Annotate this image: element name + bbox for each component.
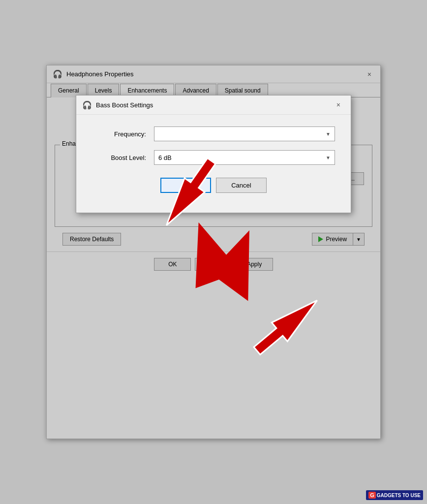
bass-boost-dialog: 🎧 Bass Boost Settings × Frequency: 80 Hz… [76, 95, 351, 213]
frequency-select[interactable]: 80 Hz ▼ [154, 126, 335, 141]
boost-level-dropdown-arrow: ▼ [326, 155, 331, 160]
boost-level-value: 6 dB [158, 154, 322, 161]
watermark: G GADGETS TO USE [366, 490, 423, 500]
frequency-value: 80 Hz [158, 130, 322, 138]
watermark-g: G [368, 492, 376, 499]
main-window: 🎧 Headphones Properties × General Levels… [46, 65, 381, 439]
boost-level-select[interactable]: 6 dB ▼ [154, 150, 335, 165]
dialog-close-button[interactable]: × [332, 99, 345, 110]
boost-level-row: Boost Level: 6 dB ▼ [92, 150, 335, 165]
dialog-title-bar: 🎧 Bass Boost Settings × [76, 95, 351, 115]
frequency-row: Frequency: 80 Hz ▼ [92, 126, 335, 141]
watermark-text: GADGETS TO USE [377, 493, 421, 498]
dialog-title: Bass Boost Settings [96, 101, 332, 109]
frequency-label: Frequency: [92, 130, 146, 138]
boost-level-label: Boost Level: [92, 154, 146, 161]
dialog-content: Frequency: 80 Hz ▼ Boost Level: 6 dB ▼ [76, 115, 351, 213]
dialog-overlay: 🎧 Bass Boost Settings × Frequency: 80 Hz… [47, 65, 380, 439]
dialog-headphones-icon: 🎧 [82, 100, 92, 110]
frequency-dropdown-arrow: ▼ [326, 131, 331, 137]
dialog-ok-button[interactable]: OK [160, 178, 211, 193]
dialog-buttons: OK Cancel [92, 174, 335, 201]
dialog-cancel-button[interactable]: Cancel [216, 178, 266, 193]
